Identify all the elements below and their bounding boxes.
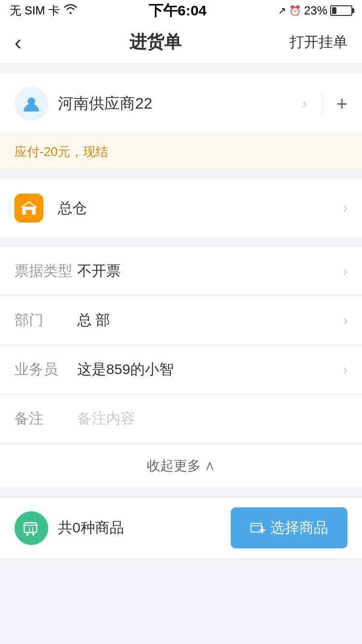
product-count: 共0种商品 [58, 518, 231, 538]
status-bar: 无 SIM 卡 下午6:04 ↗ ⏰ 23% [0, 0, 362, 21]
carrier-label: 无 SIM 卡 [10, 3, 60, 18]
supplier-divider [321, 92, 322, 116]
warehouse-card: 总仓 › [0, 179, 362, 237]
section-gap-4 [0, 488, 362, 497]
section-gap-1 [0, 64, 362, 73]
svg-point-4 [27, 533, 29, 535]
department-chevron-icon: › [343, 313, 348, 328]
open-pending-button[interactable]: 打开挂单 [290, 32, 348, 52]
collapse-button[interactable]: 收起更多 ∧ [0, 444, 362, 488]
remark-value: 备注内容 [77, 409, 348, 429]
remark-row[interactable]: 备注 备注内容 [0, 394, 362, 444]
supplier-avatar [14, 87, 48, 121]
svg-rect-2 [26, 210, 32, 215]
salesperson-chevron-icon: › [343, 362, 348, 378]
supplier-chevron-icon: › [302, 96, 306, 112]
salesperson-row[interactable]: 业务员 这是859的小智 › [0, 345, 362, 394]
bottom-bar: 共0种商品 选择商品 [0, 497, 362, 558]
wifi-icon [64, 4, 77, 17]
status-time: 下午6:04 [149, 1, 207, 21]
back-button[interactable]: ‹ [14, 30, 22, 55]
department-value: 总 部 [77, 310, 343, 330]
supplier-row[interactable]: 河南供应商22 › + [0, 73, 362, 135]
location-icon: ↗ [278, 5, 286, 16]
salesperson-label: 业务员 [14, 360, 72, 379]
warehouse-row[interactable]: 总仓 › [0, 179, 362, 237]
form-card: 票据类型 不开票 › 部门 总 部 › 业务员 这是859的小智 › 备注 备注… [0, 247, 362, 488]
page-title: 进货单 [129, 30, 181, 54]
status-left: 无 SIM 卡 [10, 3, 77, 18]
cart-icon [14, 511, 48, 545]
ticket-type-value: 不开票 [77, 261, 343, 281]
add-supplier-button[interactable]: + [336, 93, 348, 115]
warehouse-chevron-icon: › [343, 200, 348, 216]
notice-banner: 应付-20元，现结 [0, 135, 362, 169]
select-product-label: 选择商品 [270, 518, 328, 538]
ticket-type-label: 票据类型 [14, 261, 72, 281]
department-label: 部门 [14, 310, 72, 330]
department-row[interactable]: 部门 总 部 › [0, 296, 362, 345]
section-gap-3 [0, 237, 362, 247]
select-product-icon [250, 520, 265, 536]
select-product-button[interactable]: 选择商品 [231, 507, 348, 548]
supplier-card: 河南供应商22 › + 应付-20元，现结 [0, 73, 362, 169]
battery-icon [330, 5, 352, 16]
warehouse-icon [14, 194, 43, 223]
svg-rect-6 [251, 523, 262, 532]
battery-percent: 23% [304, 4, 327, 17]
ticket-type-row[interactable]: 票据类型 不开票 › [0, 247, 362, 296]
status-right: ↗ ⏰ 23% [278, 4, 352, 17]
ticket-type-chevron-icon: › [343, 264, 348, 279]
svg-rect-3 [24, 523, 37, 532]
salesperson-value: 这是859的小智 [77, 360, 343, 379]
alarm-icon: ⏰ [289, 5, 301, 16]
nav-bar: ‹ 进货单 打开挂单 [0, 21, 362, 64]
remark-label: 备注 [14, 409, 72, 429]
svg-point-5 [32, 533, 35, 535]
section-gap-2 [0, 169, 362, 179]
supplier-name: 河南供应商22 [58, 93, 302, 114]
notice-text: 应付-20元，现结 [14, 144, 108, 159]
warehouse-name: 总仓 [58, 198, 343, 218]
